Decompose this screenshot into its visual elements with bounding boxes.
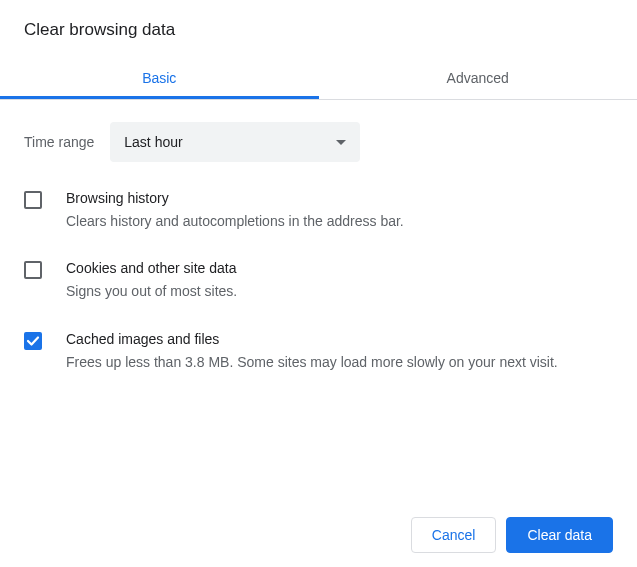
option-label: Browsing history <box>66 190 404 206</box>
option-desc: Frees up less than 3.8 MB. Some sites ma… <box>66 351 558 373</box>
clear-data-button[interactable]: Clear data <box>506 517 613 553</box>
option-label: Cookies and other site data <box>66 260 237 276</box>
dialog-title: Clear browsing data <box>24 20 613 40</box>
checkbox-cached[interactable] <box>24 332 42 350</box>
checkbox-cookies[interactable] <box>24 261 42 279</box>
option-desc: Signs you out of most sites. <box>66 280 237 302</box>
option-desc: Clears history and autocompletions in th… <box>66 210 404 232</box>
option-label: Cached images and files <box>66 331 558 347</box>
cancel-button[interactable]: Cancel <box>411 517 497 553</box>
tab-advanced[interactable]: Advanced <box>319 58 638 99</box>
time-range-label: Time range <box>24 134 94 150</box>
option-cached: Cached images and files Frees up less th… <box>24 331 613 373</box>
dialog-footer: Cancel Clear data <box>411 517 613 553</box>
tab-basic[interactable]: Basic <box>0 58 319 99</box>
time-range-select[interactable]: Last hour <box>110 122 360 162</box>
option-cookies: Cookies and other site data Signs you ou… <box>24 260 613 302</box>
checkmark-icon <box>25 333 41 349</box>
chevron-down-icon <box>336 140 346 145</box>
option-browsing-history: Browsing history Clears history and auto… <box>24 190 613 232</box>
time-range-value: Last hour <box>124 134 182 150</box>
tabs: Basic Advanced <box>0 58 637 100</box>
checkbox-browsing-history[interactable] <box>24 191 42 209</box>
